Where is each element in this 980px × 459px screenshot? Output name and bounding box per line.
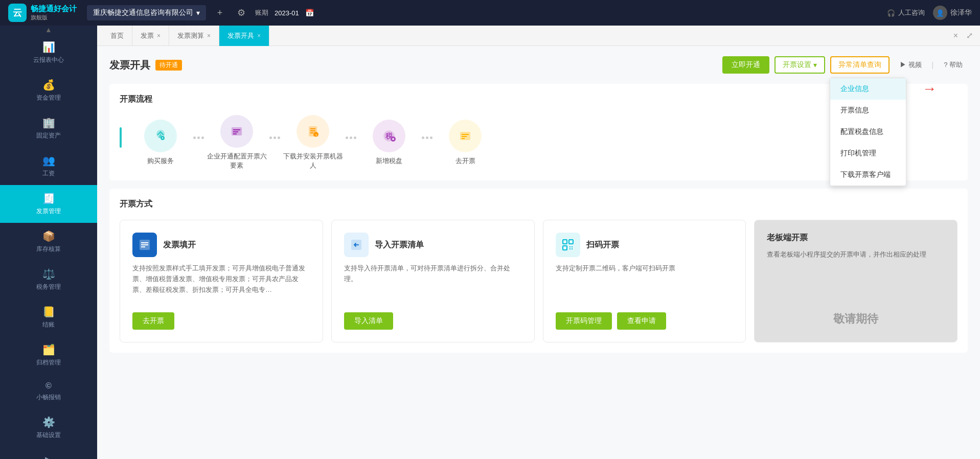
svg-rect-28 xyxy=(563,240,567,244)
calendar-icon[interactable]: 📅 xyxy=(305,9,314,17)
tab-close-icon[interactable]: × xyxy=(207,32,211,39)
scan-buttons: 开票码管理 查看申请 xyxy=(556,312,734,330)
watermark-text: 敬请期待 xyxy=(833,311,878,327)
sidebar-item-guidang[interactable]: 🗂️ 归档管理 xyxy=(0,336,97,374)
step-icon-download: :) xyxy=(297,115,329,148)
sidebar-item-jichushezhi[interactable]: ⚙️ 基础设置 xyxy=(0,409,97,447)
shuiwu-icon: ⚖️ xyxy=(42,268,55,280)
maximize-button[interactable]: ⤢ xyxy=(964,29,975,42)
tab-fapiaokaiju[interactable]: 发票开具 × xyxy=(219,26,269,46)
invoice-methods-section: 开票方式 发票填开 支持按照发票样式手工填开发票；可开具增值税电子普通发票、增值… xyxy=(109,189,968,353)
gudingzichan-icon: 🏢 xyxy=(42,117,55,129)
fill-invoice-button[interactable]: 去开票 xyxy=(132,312,174,330)
settings-button[interactable]: 开票设置 ▾ xyxy=(774,56,825,74)
method-card-import: 导入开票清单 支持导入待开票清单，可对待开票清单进行拆分、合并处理。 导入清单 xyxy=(331,220,535,342)
dropdown-item-qiyexinxi[interactable]: 企业信息 → xyxy=(830,78,906,100)
page-title: 发票开具 xyxy=(109,58,150,72)
settings-dropdown: 企业信息 → 开票信息 配置税盘信息 打印机管理 xyxy=(830,78,906,186)
sidebar-item-fapiao[interactable]: 🧾 发票管理 xyxy=(0,185,97,223)
sidebar-scroll-up[interactable]: ▲ xyxy=(0,26,97,34)
status-badge: 待开通 xyxy=(155,60,182,71)
sidebar-item-label: 发票管理 xyxy=(36,207,61,216)
support-button[interactable]: 🎧 人工咨询 xyxy=(887,8,925,17)
sidebar-item-yunbao[interactable]: 📊 云报表中心 xyxy=(0,34,97,72)
chevron-down-icon: ▾ xyxy=(196,9,200,17)
svg-text::): :) xyxy=(315,133,317,137)
item-label: 企业信息 xyxy=(840,84,869,93)
dropdown-item-xiazai[interactable]: 下载开票客户端 xyxy=(830,164,906,186)
sidebar-item-zijin[interactable]: 💰 资金管理 xyxy=(0,72,97,109)
avatar: 👤 xyxy=(933,6,947,20)
content-area: 首页 发票 × 发票测算 × 发票开具 × × ⤢ xyxy=(97,26,980,459)
tab-fapiaocesuan[interactable]: 发票测算 × xyxy=(169,26,219,46)
company-selector[interactable]: 重庆畅捷交通信息咨询有限公司 ▾ xyxy=(87,5,206,20)
sidebar-item-label: 税务管理 xyxy=(36,283,61,291)
tab-home[interactable]: 首页 xyxy=(102,26,132,46)
settings-icon[interactable]: ⚙ xyxy=(234,5,249,20)
method-title: 导入开票清单 xyxy=(375,240,424,250)
logo-area: 云 畅捷通好会计 旗舰版 xyxy=(8,4,77,22)
sidebar-item-gongzi[interactable]: 👥 工资 xyxy=(0,147,97,185)
activate-button[interactable]: 立即开通 xyxy=(722,56,769,74)
item-label: 配置税盘信息 xyxy=(840,127,883,135)
sidebar-item-label: 库存核算 xyxy=(36,245,61,254)
method-card-scan: 扫码开票 支持定制开票二维码，客户端可扫码开票 开票码管理 查看申请 xyxy=(543,220,746,342)
user-area[interactable]: 👤 徐泽华 xyxy=(933,6,972,20)
sidebar-item-gudingzichan[interactable]: 🏢 固定资产 xyxy=(0,109,97,147)
step-connector xyxy=(269,136,280,149)
dropdown-item-peizhi[interactable]: 配置税盘信息 xyxy=(830,121,906,143)
top-bar-actions: + ⚙ 账期 2023-01 📅 xyxy=(212,5,314,20)
method-title: 扫码开票 xyxy=(586,240,619,250)
svg-rect-34 xyxy=(572,248,573,249)
method-header: 扫码开票 xyxy=(556,233,734,257)
jichushezhi-icon: ⚙️ xyxy=(42,416,55,428)
period-label: 账期 xyxy=(255,8,268,17)
step-icon-addtaxdisk: 税 xyxy=(373,120,405,152)
tab-close-icon[interactable]: × xyxy=(257,32,261,39)
sidebar-item-label: 工资 xyxy=(42,169,55,178)
user-name: 徐泽华 xyxy=(950,8,972,17)
support-label: 人工咨询 xyxy=(898,8,925,17)
logo-text: 畅捷通好会计 旗舰版 xyxy=(31,4,77,21)
sidebar-item-kucun[interactable]: 📦 库存核算 xyxy=(0,223,97,261)
add-tab-button[interactable]: + xyxy=(212,5,227,20)
video-button[interactable]: ▶ 视频 xyxy=(895,57,927,73)
tab-close-icon[interactable]: × xyxy=(157,32,161,39)
page-content: 发票开具 待开通 立即开通 开票设置 ▾ 异常清单查询 ▶ 视频 | ? 帮助 xyxy=(97,46,980,459)
import-invoice-icon xyxy=(344,233,369,257)
tab-actions: × ⤢ xyxy=(951,29,975,42)
app-name: 畅捷通好会计 xyxy=(31,4,77,14)
tab-fapiao[interactable]: 发票 × xyxy=(132,26,169,46)
svg-rect-31 xyxy=(569,246,571,247)
help-button[interactable]: ? 帮助 xyxy=(939,57,968,73)
sidebar-item-xiaochang[interactable]: © 小畅报销 xyxy=(0,374,97,409)
top-bar: 云 畅捷通好会计 旗舰版 重庆畅捷交通信息咨询有限公司 ▾ + ⚙ 账期 202… xyxy=(0,0,980,26)
sidebar-item-shuiwu[interactable]: ⚖️ 税务管理 xyxy=(0,261,97,299)
app-edition: 旗舰版 xyxy=(31,14,77,21)
tab-label: 发票开具 xyxy=(227,31,254,40)
svg-rect-32 xyxy=(572,246,573,247)
svg-rect-33 xyxy=(569,248,571,249)
step-label: 企业开通配置开票六要素 xyxy=(206,152,267,170)
sidebar-item-jiezhang[interactable]: 📒 结账 xyxy=(0,299,97,336)
xiaochang-icon: © xyxy=(45,381,52,391)
method-header: 发票填开 xyxy=(132,233,310,257)
import-invoice-button[interactable]: 导入清单 xyxy=(344,312,393,330)
dropdown-item-kaipiaoxinxi[interactable]: 开票信息 xyxy=(830,100,906,121)
settings-label: 开票设置 xyxy=(783,60,811,70)
exception-button[interactable]: 异常清单查询 xyxy=(830,56,890,74)
scan-manage-button[interactable]: 开票码管理 xyxy=(556,312,612,330)
step-connector xyxy=(422,136,432,149)
scan-apply-button[interactable]: 查看申请 xyxy=(617,312,666,330)
kucun-icon: 📦 xyxy=(42,230,55,242)
sidebar-item-xinshouyindao[interactable]: ▶ 新手引导 xyxy=(0,447,97,459)
xinshouyindao-icon: ▶ xyxy=(45,454,53,459)
fill-invoice-icon xyxy=(132,233,157,257)
divider: | xyxy=(932,61,934,69)
dropdown-item-dayinji[interactable]: 打印机管理 xyxy=(830,143,906,164)
step-icon-config xyxy=(220,115,253,148)
guidang-icon: 🗂️ xyxy=(42,343,55,356)
period-value: 2023-01 xyxy=(275,9,299,17)
close-tab-button[interactable]: × xyxy=(951,29,960,42)
sidebar-item-label: 结账 xyxy=(42,320,55,329)
